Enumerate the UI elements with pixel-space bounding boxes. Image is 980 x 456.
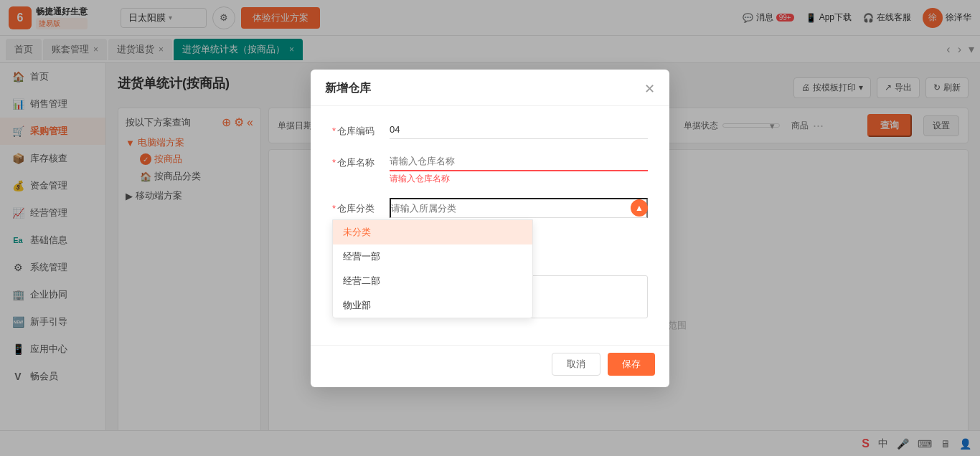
name-label: * 仓库名称 <box>332 152 390 169</box>
dropdown-item-property[interactable]: 物业部 <box>333 293 532 318</box>
category-select-wrapper: ▲ <box>390 198 648 218</box>
form-row-name: * 仓库名称 请输入仓库名称 <box>332 152 648 185</box>
dropdown-item-uncategorized[interactable]: 未分类 <box>333 220 532 244</box>
category-label: * 仓库分类 <box>332 198 390 215</box>
category-toggle-button[interactable]: ▲ <box>631 199 648 217</box>
cancel-button[interactable]: 取消 <box>552 353 600 376</box>
modal-footer: 取消 保存 <box>311 345 669 387</box>
modal-title: 新增仓库 <box>325 81 371 96</box>
modal-add-warehouse: 新增仓库 ✕ * 仓库编码 * 仓库名称 <box>311 70 669 387</box>
form-row-category: * 仓库分类 ▲ 未分类 经营一部 <box>332 198 648 218</box>
code-label: * 仓库编码 <box>332 120 390 138</box>
dropdown-item-dept1[interactable]: 经营一部 <box>333 244 532 269</box>
code-input[interactable] <box>390 120 648 139</box>
modal-close-button[interactable]: ✕ <box>644 81 655 97</box>
modal-overlay[interactable]: 新增仓库 ✕ * 仓库编码 * 仓库名称 <box>0 0 980 456</box>
name-input[interactable] <box>390 152 648 171</box>
modal-body: * 仓库编码 * 仓库名称 请输入仓库名称 <box>311 106 669 345</box>
name-field: 请输入仓库名称 <box>390 152 648 185</box>
modal-header: 新增仓库 ✕ <box>311 70 669 106</box>
category-field: ▲ 未分类 经营一部 经营二部 物业部 <box>390 198 648 218</box>
form-row-code: * 仓库编码 <box>332 120 648 139</box>
save-button[interactable]: 保存 <box>608 353 655 376</box>
code-field <box>390 120 648 139</box>
category-dropdown: 未分类 经营一部 经营二部 物业部 <box>332 219 533 318</box>
dropdown-item-dept2[interactable]: 经营二部 <box>333 269 532 293</box>
name-error-text: 请输入仓库名称 <box>390 173 648 185</box>
category-input[interactable] <box>390 198 648 218</box>
